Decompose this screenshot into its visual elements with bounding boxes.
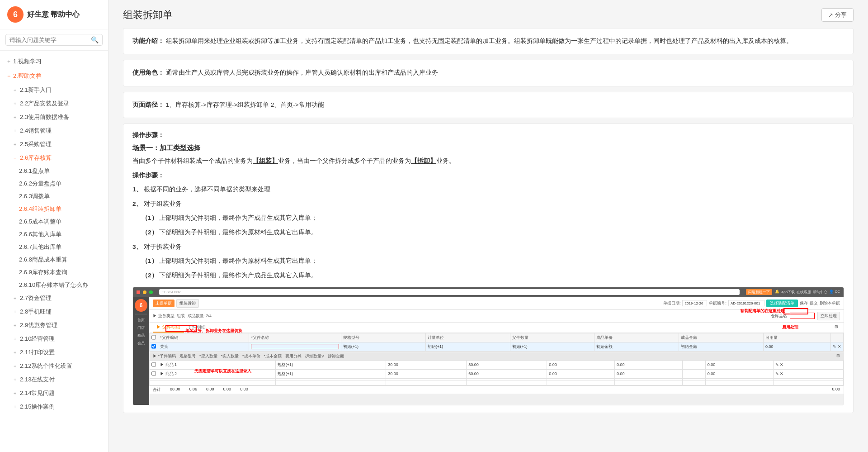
sidebar-item-purchase[interactable]: + 2.5采购管理 — [0, 138, 108, 151]
sidebar-item-capital[interactable]: + 2.7资金管理 — [0, 291, 108, 305]
total-val4: 0.00 — [223, 387, 231, 393]
col-total-cost: 成品金额 — [679, 333, 764, 342]
sub-row1-costprice: 0.00 — [547, 360, 615, 369]
sub-row1-del[interactable]: ✕ — [780, 362, 783, 367]
sidebar-item-faq[interactable]: + 2.14常见问题 — [0, 386, 108, 400]
sub-row2-plan: 30.00 — [386, 369, 467, 378]
url-text: TEST-H002 — [162, 290, 181, 294]
mock-tab-active: ▶ 父件明细 — [153, 323, 184, 333]
sidebar-item-268[interactable]: 2.6.8商品成本重算 — [0, 253, 108, 266]
sidebar-item-install[interactable]: + 2.2产品安装及登录 — [0, 97, 108, 110]
select-all[interactable] — [151, 334, 156, 340]
mock-action-btn: 闪速新建一下 — [746, 289, 772, 295]
row1-input — [251, 344, 339, 349]
sidebar-item-269[interactable]: 2.6.9库存账本查询 — [0, 266, 108, 279]
mini-nav-store[interactable]: 门店 — [137, 324, 145, 331]
sidebar-item-2610[interactable]: 2.6.10库存账本错了怎么办 — [0, 279, 108, 291]
screenshot-container: TEST-H002 闪速新建一下 🔔 App下载 在线客服 帮助中心 👤 CC — [132, 287, 844, 405]
row1-delete-icon[interactable]: ✕ — [838, 344, 841, 349]
col-parent-qty: 父件数量 — [510, 333, 594, 342]
ops-step-title: 操作步骤： — [132, 170, 844, 181]
search-icon[interactable]: 🔍 — [91, 36, 99, 43]
sidebar-item-264[interactable]: 2.6.4组装拆卸单 — [0, 203, 108, 215]
sub-row5-9 — [705, 383, 773, 385]
sub-row5-10 — [773, 383, 843, 385]
mock-icon2: App下载 — [781, 290, 795, 295]
sub-row-2: ▶ 商品 2 规格(+1) 30.00 60.00 0.00 0.00 — [150, 369, 844, 378]
sidebar-item-docs[interactable]: − 2.帮助文档 — [0, 69, 108, 83]
sidebar-item-payment[interactable]: + 2.13在线支付 — [0, 373, 108, 386]
mock-tab-inactive: 子件明细 — [184, 323, 209, 333]
sub-row2-costprice: 0.00 — [547, 369, 615, 378]
sub-row1-checkbox[interactable] — [151, 362, 156, 367]
mock-table-area: *父件编码 *父件名称 规格型号 计量单位 父件数量 成品单价 成品金额 — [149, 333, 844, 352]
mock-tabs: ▶ 父件明细 子件明细 ⊞ — [149, 323, 844, 333]
main: 组装拆卸单 ↗ 分享 功能介绍： 组装拆卸单用来处理企业组装或拆卸等加工业务，支… — [108, 0, 868, 452]
sub-row5-4 — [386, 383, 467, 385]
sidebar: 6 好生意 帮助中心 🔍 + 1.视频学习 − 2.帮助文档 + — [0, 0, 108, 452]
close-dot — [137, 290, 140, 294]
sub-row2-del[interactable]: ✕ — [780, 371, 783, 376]
sidebar-item-new[interactable]: + 2.1新手入门 — [0, 83, 108, 97]
mock-sub-table-area: ▶ *子件编码 规格型号 *应入数量 *实入数量 *成本单价 *成本金额 费用分… — [149, 352, 844, 394]
field-label-warehouse: 仓库品名 — [771, 313, 787, 319]
mini-nav-goods[interactable]: 商品 — [137, 332, 145, 339]
content-area: 功能介绍： 组装拆卸单用来处理企业组装或拆卸等加工业务，支持有固定装配清单的产品… — [108, 28, 868, 452]
sub-tab8: 拆卸数量V — [305, 353, 324, 359]
row1-action: ✎ ✕ — [831, 342, 844, 351]
sub-row1-edit[interactable]: ✎ — [775, 362, 779, 367]
sub-row2-checkbox[interactable] — [151, 371, 156, 376]
share-button[interactable]: ↗ 分享 — [821, 8, 854, 22]
sidebar-item-personalize[interactable]: + 2.12系统个性化设置 — [0, 359, 108, 373]
mini-nav-home[interactable]: 首页 — [137, 317, 145, 324]
sub-tab9: 拆卸金额 — [328, 353, 344, 359]
nav-group-docs: − 2.帮助文档 + 2.1新手入门 + 2.2产品安装及登录 + 2.3使用前… — [0, 69, 108, 414]
row1-checkbox[interactable] — [151, 343, 156, 349]
sub-tab6: *成本金额 — [264, 353, 282, 359]
sidebar-item-mobile[interactable]: + 2.8手机旺铺 — [0, 305, 108, 319]
sidebar-item-data[interactable]: + 2.3使用前数据准备 — [0, 110, 108, 124]
sidebar-item-inventory[interactable]: − 2.6库存核算 — [0, 151, 108, 165]
sub-row1-plan: 30.00 — [386, 360, 467, 369]
sidebar-item-261[interactable]: 2.6.1盘点单 — [0, 165, 108, 177]
sub-row1-check — [150, 360, 158, 369]
sub-row5-2 — [158, 383, 276, 385]
sidebar-item-262[interactable]: 2.6.2分量盘点单 — [0, 177, 108, 190]
mock-sub-header: ▶ *子件编码 规格型号 *应入数量 *实入数量 *成本单价 *成本金额 费用分… — [149, 352, 844, 360]
search-input[interactable] — [9, 37, 91, 43]
sub-row2-qty: 0.00 — [705, 369, 773, 378]
sidebar-header: 6 好生意 帮助中心 — [0, 0, 108, 29]
scenario1-title: 场景一：加工类型选择 — [132, 144, 844, 152]
mock-table-head: *父件编码 *父件名称 规格型号 计量单位 父件数量 成品单价 成品金额 — [150, 333, 844, 342]
sub-row2-edit[interactable]: ✎ — [775, 371, 779, 376]
screenshot-bg: TEST-H002 闪速新建一下 🔔 App下载 在线客服 帮助中心 👤 CC — [133, 287, 844, 405]
sub-row1-cost: 0.00 — [615, 360, 683, 369]
intro-text: 组装拆卸单用来处理企业组装或拆卸等加工业务，支持有固定装配清单的产品加工业务，也… — [166, 38, 793, 44]
sidebar-item-267[interactable]: 2.6.7其他出库单 — [0, 241, 108, 253]
field-label-type: ▶ 业务类型: 组装 — [153, 313, 185, 319]
sidebar-item-videos[interactable]: + 1.视频学习 — [0, 54, 108, 69]
sidebar-item-coupon[interactable]: + 2.9优惠券管理 — [0, 319, 108, 332]
sub-row5-1 — [150, 383, 158, 385]
sidebar-item-operation[interactable]: + 2.10经营管理 — [0, 332, 108, 346]
row1-check — [150, 342, 158, 351]
col-parent-code: *父件编码 — [158, 333, 249, 342]
field-label-qty: 成品数量: 2/4 — [188, 313, 212, 319]
path-label: 页面路径： — [132, 101, 164, 108]
sidebar-item-cases[interactable]: + 2.15操作案例 — [0, 400, 108, 414]
sidebar-item-266[interactable]: 2.6.6其他入库单 — [0, 228, 108, 241]
row1-parentqty: 初始(+1) — [510, 342, 594, 351]
row1-edit-icon[interactable]: ✎ — [833, 344, 836, 349]
mock-top-icons: 🔔 App下载 在线客服 帮助中心 👤 CC — [775, 290, 840, 295]
mock-num-label: 单据编号: — [709, 300, 726, 306]
role-card: 使用角色： 通常由生产人员或库管人员完成拆装业务的操作，库管人员确认原材料的出库… — [123, 60, 854, 86]
sidebar-item-265[interactable]: 2.6.5成本调整单 — [0, 215, 108, 228]
sidebar-item-263[interactable]: 2.6.3调拨单 — [0, 190, 108, 203]
ops-step-3-1: （1） 上部明细为父件明细，最终作为原材料生成其它出库单； — [132, 255, 844, 267]
sidebar-item-print[interactable]: + 2.11打印设置 — [0, 346, 108, 359]
sub-row2-check — [150, 369, 158, 378]
mini-nav-member[interactable]: 会员 — [137, 340, 145, 347]
col-parent-name: *父件名称 — [249, 333, 341, 342]
mock-date-input: 2019-12-26 — [682, 300, 707, 306]
sidebar-item-sales[interactable]: + 2.4销售管理 — [0, 124, 108, 138]
